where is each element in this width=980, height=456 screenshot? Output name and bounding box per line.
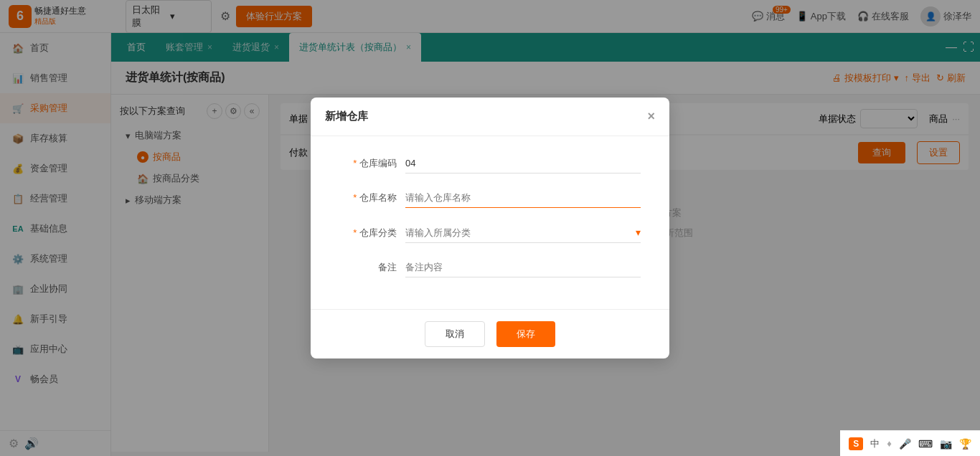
- category-dropdown-icon: ▾: [636, 227, 641, 238]
- name-input[interactable]: [405, 188, 641, 208]
- save-button[interactable]: 保存: [496, 321, 555, 347]
- form-row-name: 仓库名称: [339, 188, 641, 208]
- category-label-text: 仓库分类: [359, 227, 397, 238]
- bottom-icon-camera[interactable]: 📷: [940, 438, 952, 450]
- name-label: 仓库名称: [339, 191, 397, 204]
- bottom-logo-s: S: [849, 437, 863, 450]
- form-row-remark: 备注: [339, 257, 641, 277]
- remark-label: 备注: [339, 261, 397, 274]
- code-label-text: 仓库编码: [359, 158, 397, 168]
- dialog-header: 新增仓库 ×: [311, 98, 669, 136]
- dialog-close-button[interactable]: ×: [647, 109, 655, 124]
- code-input[interactable]: [405, 153, 641, 174]
- dialog-title: 新增仓库: [325, 110, 368, 123]
- category-label: 仓库分类: [339, 227, 397, 239]
- remark-label-text: 备注: [378, 262, 397, 272]
- cancel-button[interactable]: 取消: [425, 321, 485, 347]
- bottom-icon-dot: ♦: [887, 438, 892, 449]
- new-warehouse-dialog: 新增仓库 × 仓库编码 仓库名称 仓库分类: [311, 98, 669, 358]
- name-label-text: 仓库名称: [359, 192, 397, 203]
- bottom-icon-cn[interactable]: 中: [870, 437, 880, 450]
- remark-input[interactable]: [405, 257, 641, 277]
- category-input[interactable]: [405, 227, 636, 238]
- bottom-icon-mic[interactable]: 🎤: [899, 438, 911, 450]
- form-row-category: 仓库分类 ▾: [339, 222, 641, 243]
- dialog-overlay: 新增仓库 × 仓库编码 仓库名称 仓库分类: [0, 0, 980, 456]
- code-label: 仓库编码: [339, 157, 397, 170]
- bottom-bar: S 中 ♦ 🎤 ⌨ 📷 🏆: [840, 430, 980, 456]
- bottom-icon-trophy[interactable]: 🏆: [959, 438, 971, 450]
- dialog-body: 仓库编码 仓库名称 仓库分类 ▾: [311, 136, 669, 309]
- bottom-icon-keyboard[interactable]: ⌨: [918, 438, 933, 450]
- category-select-wrap: ▾: [405, 222, 641, 243]
- form-row-code: 仓库编码: [339, 153, 641, 174]
- dialog-footer: 取消 保存: [311, 309, 669, 358]
